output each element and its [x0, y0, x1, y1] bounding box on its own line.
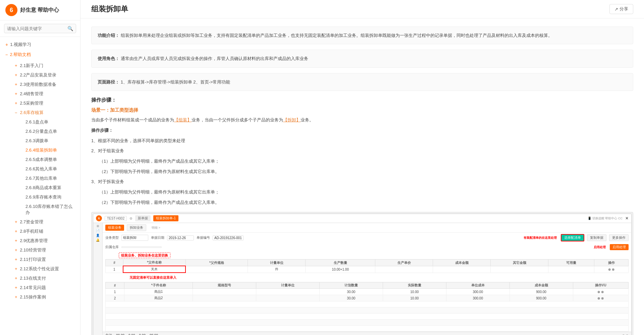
mock-lth-child-name: *子件名称: [124, 282, 193, 289]
mock-select-bill-btn[interactable]: 选择配清单: [561, 234, 584, 241]
sidebar-item-finance[interactable]: + 2.7资金管理: [11, 217, 80, 227]
logo-area: 6 好生意 帮助中心: [0, 0, 80, 20]
function-intro-label: 功能介绍：: [98, 33, 119, 38]
sidebar-item-inventory-query[interactable]: 2.6.9库存账本查询: [21, 192, 80, 202]
sidebar-item-inventory-error[interactable]: 2.6.10库存账本错了怎么办: [21, 202, 80, 217]
mock-date-label: 单据日期: [151, 235, 164, 240]
sidebar: 6 好生意 帮助中心 🔍 + 1.视频学习 − 2.帮助文档 + 2.1新手入门…: [0, 0, 80, 335]
mock-th-prod-qty: 生产数量: [306, 260, 375, 266]
mock-body: ⊞ 📄 👤 🔔 组装业务 拆卸业务 明细 >: [93, 223, 631, 335]
mock-user-icon: 👤: [96, 234, 100, 237]
mock-warehouse-input[interactable]: [121, 246, 162, 248]
sidebar-item-inventory[interactable]: − 2.6库存核算: [11, 108, 80, 117]
sidebar-item-assembly[interactable]: 2.6.4组装拆卸单: [21, 146, 80, 155]
mock-lth-unit-cost: 单位成本: [446, 282, 509, 289]
step2b: （2）下部明细为子件明细，最终作为原材料生成其它出库单。: [91, 168, 633, 176]
mock-assembly-btn[interactable]: 组装业务: [105, 225, 124, 231]
search-box[interactable]: 🔍: [4, 24, 76, 33]
table-row: [106, 326, 629, 332]
sidebar-item-print[interactable]: + 2.11打印设置: [11, 255, 80, 264]
mock-td-available: [548, 266, 594, 273]
step3: 3、对于拆装业务: [91, 178, 633, 186]
mock-lower-table: # *子件名称 规格型号 计量单位 计划数量 实际数量 单位成本 成本金额 操作: [105, 282, 629, 332]
sidebar-item-mobile[interactable]: + 2.8手机旺铺: [11, 227, 80, 236]
sidebar-item-payment[interactable]: + 2.13在线支付: [11, 274, 80, 283]
mock-header: 6 TEST-H002 ⚙ 新单据 组装拆卸单-1 📱 切换提醒 帮助中心 CC…: [93, 214, 631, 223]
scene1-desc: 当由多个子件材料组装成一个成品的业务为【组装】业务，当由一个父件拆分成多个子产品…: [91, 116, 633, 124]
mock-tab-new[interactable]: 新单据: [135, 215, 151, 221]
table-row: [106, 301, 629, 308]
sidebar-item-other-inbound[interactable]: 2.6.6其他入库单: [21, 164, 80, 174]
sidebar-item-dataprep[interactable]: + 2.3使用前数据准备: [11, 80, 80, 89]
mock-disassembly-btn[interactable]: 拆卸业务: [127, 224, 146, 231]
sidebar-item-faq[interactable]: + 2.14常见问题: [11, 283, 80, 292]
sidebar-item-settings[interactable]: + 2.12系统个性化设置: [11, 264, 80, 274]
sidebar-item-operations[interactable]: + 2.10经营管理: [11, 245, 80, 255]
mock-btn-confirm[interactable]: 组装拆卸单-1: [153, 215, 178, 221]
share-label: 分享: [620, 6, 628, 12]
mock-home-icon: ⊞: [97, 224, 99, 228]
step2a: （1）上部明细为父件明细，最终作为产成品生成其它入库单；: [91, 157, 633, 166]
screenshot-area: 6 TEST-H002 ⚙ 新单据 组装拆卸单-1 📱 切换提醒 帮助中心 CC…: [91, 212, 633, 335]
mock-type-bar: 组装业务 拆卸业务 明细 >: [103, 223, 631, 233]
mock-th-ops: 操作: [594, 260, 629, 266]
sidebar-item-help-docs[interactable]: − 2.帮助文档: [0, 50, 80, 60]
role-text: 通常由生产人员或库管人员完成拆装业务的操作，库管人员确认原材料的出库和产成品的入…: [121, 56, 308, 61]
share-button[interactable]: ↗ 分享: [609, 4, 633, 14]
search-input[interactable]: [7, 26, 67, 31]
sidebar-item-stocktake[interactable]: 2.6.1盘点单: [21, 117, 80, 127]
annotation-no-bom: 无固定清单可以直接在这里录入: [103, 274, 631, 281]
path-text: 1、库存核算->库存管理->组装拆卸单 2、首页->常用功能: [121, 79, 230, 85]
mock-more-btn[interactable]: 更多操作: [609, 234, 629, 241]
sidebar-item-sales[interactable]: + 2.4销售管理: [11, 89, 80, 99]
sidebar-item-install[interactable]: + 2.2产品安装及登录: [11, 70, 80, 80]
nav-list: + 1.视频学习 − 2.帮助文档 + 2.1新手入门 + 2.2产品安装及登录…: [0, 37, 80, 335]
role-block: 使用角色： 通常由生产人员或库管人员完成拆装业务的操作，库管人员确认原材料的出库…: [91, 50, 633, 67]
mock-lth-spec: 规格型号: [193, 282, 256, 289]
mock-approve-btn[interactable]: 启用处理: [610, 244, 629, 250]
sidebar-item-transfer[interactable]: 2.6.3调拨单: [21, 136, 80, 146]
sidebar-item-other-outbound[interactable]: 2.6.7其他出库单: [21, 174, 80, 183]
mock-copy-btn[interactable]: 复制单据: [587, 234, 606, 241]
search-icon[interactable]: 🔍: [67, 26, 73, 31]
mock-td-prod-qty: 10.00+1.00: [306, 266, 375, 273]
mock-lth-actual-qty: 实际数量: [383, 282, 446, 289]
sidebar-item-newbie[interactable]: + 2.1新手入门: [11, 61, 80, 70]
mock-lower-table-body: 1 商品1 30.00 10.00 300.00 900.00 ⊕ ⊗: [106, 289, 629, 332]
table-row: 1 关木 件 10.00+1.00: [106, 266, 629, 273]
mock-type-input[interactable]: 组装拆卸: [121, 235, 148, 241]
annotation-approve: 启用处理: [594, 245, 606, 249]
minus-icon: −: [5, 52, 8, 57]
disassembly-link[interactable]: 【拆卸】: [283, 117, 301, 122]
step1: 1、根据不同的业务，选择不同单据的类型来处理: [91, 137, 633, 145]
mock-upper-table-body: 1 关木 件 10.00+1.00: [106, 266, 629, 273]
sidebar-item-purchase[interactable]: + 2.5采购管理: [11, 99, 80, 108]
mock-td-unit: 件: [248, 266, 306, 273]
sidebar-item-partial-stocktake[interactable]: 2.6.2分量盘点单: [21, 127, 80, 136]
share-icon: ↗: [614, 7, 618, 12]
mock-td-parent-name: 关木: [123, 266, 185, 273]
mock-id: TEST-H002: [105, 216, 127, 221]
main-content: 组装拆卸单 ↗ 分享 功能介绍： 组装拆卸单用来处理企业组装或拆卸等加工业务，支…: [80, 0, 644, 335]
mock-close-icon[interactable]: ✕: [625, 216, 629, 221]
logo-icon: 6: [5, 4, 17, 16]
table-row: [106, 314, 629, 320]
mock-th-parent-spec: *父件规格: [185, 260, 248, 266]
sidebar-item-cost-adjust[interactable]: 2.6.5成本调整单: [21, 155, 80, 164]
mock-tabs: 新单据: [135, 215, 151, 221]
mock-upper-table: # *父件名称 *父件规格 计量单位 生产数量 生产单价 成本金额 其它金额 可: [105, 259, 629, 273]
mock-val4: 88.00: [150, 334, 158, 335]
mock-lower-table-head: # *子件名称 规格型号 计量单位 计划数量 实际数量 单位成本 成本金额 操作: [106, 282, 629, 289]
annotation-clearance: 有装配清单的在这里处理: [524, 236, 557, 240]
mock-bell-icon: 🔔: [96, 238, 100, 242]
mock-logo: 6: [96, 215, 102, 221]
sidebar-item-video[interactable]: + 1.视频学习: [0, 40, 80, 50]
sidebar-item-coupon[interactable]: + 2.9优惠券管理: [11, 236, 80, 245]
sidebar-item-cost-recalc[interactable]: 2.6.8商品成本重算: [21, 183, 80, 192]
mock-upper-table-head: # *父件名称 *父件规格 计量单位 生产数量 生产单价 成本金额 其它金额 可: [106, 260, 629, 266]
mock-date-input[interactable]: 2019-12-26: [167, 235, 194, 240]
sidebar-item-cases[interactable]: + 2.15操作案例: [11, 292, 80, 302]
function-intro-block: 功能介绍： 组装拆卸单用来处理企业组装或拆卸等加工业务，支持有固定装配清单的产品…: [91, 26, 633, 44]
assembly-link[interactable]: 【组装】: [174, 117, 192, 122]
mock-no-input[interactable]: AD-20191226-001: [213, 235, 244, 240]
